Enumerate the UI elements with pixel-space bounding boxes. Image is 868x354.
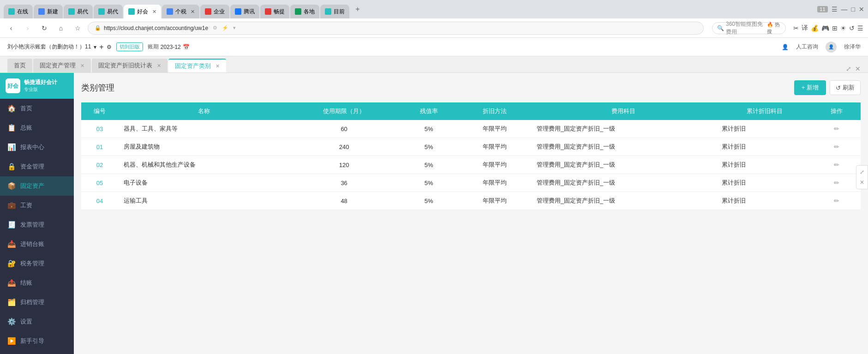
tab-depreciation-table-close-icon[interactable]: ✕ bbox=[157, 63, 161, 69]
col-header-action: 操作 bbox=[813, 102, 861, 120]
sidebar-item-fixed-assets[interactable]: 📦 固定资产 bbox=[0, 176, 74, 196]
settings-icon[interactable]: ⚙ bbox=[107, 44, 112, 50]
cell-period-1: 240 bbox=[289, 138, 399, 156]
reload-button[interactable]: ↻ bbox=[38, 22, 51, 35]
history-icon[interactable]: ↺ bbox=[849, 24, 855, 32]
sidebar-item-checkout[interactable]: 📤 结账 bbox=[0, 273, 74, 293]
table-row: 01 房屋及建筑物 240 5% 年限平均 管理费用_固定资产折旧_一级 累计折… bbox=[81, 138, 861, 156]
service-label[interactable]: 人工咨询 bbox=[796, 43, 818, 51]
browser-tab-8[interactable]: 畅提 bbox=[260, 5, 289, 18]
tab-menu-icon[interactable]: ☰ bbox=[832, 6, 838, 13]
tab-home[interactable]: 首页 bbox=[7, 59, 32, 72]
translate-icon[interactable]: 译 bbox=[802, 24, 808, 32]
close-window-icon[interactable]: ✕ bbox=[859, 6, 864, 13]
reports-icon: 📊 bbox=[7, 143, 16, 151]
logo-text-block: 畅捷通好会计 专业版 bbox=[24, 79, 57, 93]
sidebar-item-archive[interactable]: 🗂️ 归档管理 bbox=[0, 293, 74, 312]
cell-period-4: 48 bbox=[289, 192, 399, 210]
browser-tab-1[interactable]: 新建 bbox=[34, 5, 63, 18]
new-tab-button[interactable]: + bbox=[351, 3, 364, 16]
cell-action-0: ✏ bbox=[813, 120, 861, 138]
browser-tab-7[interactable]: 腾讯 bbox=[230, 5, 259, 18]
add-account-icon[interactable]: + bbox=[99, 43, 103, 51]
scissors-icon[interactable]: ✂ bbox=[793, 24, 799, 32]
game-icon[interactable]: 🎮 bbox=[821, 24, 829, 32]
tab-depreciation-table-label: 固定资产折旧统计表 bbox=[98, 61, 152, 70]
tab-expand-controls: ⤢ ✕ bbox=[846, 65, 861, 72]
address-dropdown-icon[interactable]: ▾ bbox=[233, 25, 236, 31]
cell-rate-1: 5% bbox=[399, 138, 459, 156]
cell-rate-3: 5% bbox=[399, 174, 459, 192]
browser-tab-4[interactable]: 好会 ✕ bbox=[124, 5, 161, 18]
salary-icon: 💼 bbox=[7, 201, 16, 210]
tab-close-icon[interactable]: ✕ bbox=[191, 9, 195, 15]
sidebar: 好会 畅捷通好会计 专业版 🏠 首页 📋 总账 📊 报表中心 🔒 资金管理 📦 … bbox=[0, 73, 74, 354]
tab-controls: 11 ☰ — □ ✕ bbox=[817, 6, 864, 13]
table-row: 02 机器、机械和其他生产设备 120 5% 年限平均 管理费用_固定资产折旧_… bbox=[81, 156, 861, 174]
sidebar-item-account[interactable]: ✓ 好会号 bbox=[0, 351, 74, 354]
grid-icon[interactable]: ⊞ bbox=[832, 24, 838, 32]
cell-period-3: 36 bbox=[289, 174, 399, 192]
browser-tab-2[interactable]: 易代 bbox=[64, 5, 93, 18]
minimize-icon[interactable]: — bbox=[841, 6, 848, 13]
sidebar-item-salary[interactable]: 💼 工资 bbox=[0, 196, 74, 215]
menu-icon[interactable]: ☰ bbox=[857, 24, 863, 32]
sidebar-item-ledger[interactable]: 📋 总账 bbox=[0, 118, 74, 138]
edit-button-3[interactable]: ✏ bbox=[819, 179, 855, 186]
browser-tab-10[interactable]: 目前 bbox=[320, 5, 349, 18]
browser-tab-9[interactable]: 各地 bbox=[290, 5, 319, 18]
bookmark-button[interactable]: ☆ bbox=[71, 22, 84, 35]
refresh-button[interactable]: ↺ 刷新 bbox=[830, 80, 861, 95]
col-header-period: 使用期限（月） bbox=[289, 102, 399, 120]
address-input[interactable]: 🔒 https://cloud.chanjet.com/accounting/u… bbox=[88, 22, 704, 35]
tab-asset-category-close-icon[interactable]: ✕ bbox=[216, 63, 220, 69]
maximize-icon[interactable]: □ bbox=[851, 6, 855, 13]
sidebar-item-reports[interactable]: 📊 报表中心 bbox=[0, 138, 74, 157]
calendar-icon[interactable]: 📅 bbox=[183, 44, 190, 50]
tab-collapse-icon[interactable]: ✕ bbox=[855, 65, 861, 72]
edit-button-0[interactable]: ✏ bbox=[819, 125, 855, 132]
tax-icon: 🔐 bbox=[7, 259, 16, 268]
sidebar-settings-label: 设置 bbox=[20, 318, 32, 326]
tab-fixed-assets-mgmt[interactable]: 固定资产管理 ✕ bbox=[33, 59, 91, 72]
sidebar-item-settings[interactable]: ⚙️ 设置 bbox=[0, 312, 74, 331]
tab-count-badge: 11 bbox=[817, 6, 827, 12]
tab-asset-category[interactable]: 固定资产类别 ✕ bbox=[168, 59, 226, 72]
invoice-icon: 🧾 bbox=[7, 221, 16, 229]
search-input[interactable]: 🔍 360智能抠图免费用 🔥 热搜 bbox=[712, 22, 786, 34]
edit-button-1[interactable]: ✏ bbox=[819, 143, 855, 150]
tab-fixed-assets-mgmt-close-icon[interactable]: ✕ bbox=[80, 63, 84, 69]
forward-button[interactable]: › bbox=[21, 22, 34, 35]
edit-button-2[interactable]: ✏ bbox=[819, 161, 855, 168]
address-lightning-icon[interactable]: ⚡ bbox=[222, 25, 228, 31]
sidebar-item-tax[interactable]: 🔐 税务管理 bbox=[0, 254, 74, 273]
theme-icon[interactable]: ☀ bbox=[840, 24, 846, 32]
sidebar-item-invoice[interactable]: 🧾 发票管理 bbox=[0, 215, 74, 234]
back-button[interactable]: ‹ bbox=[5, 22, 18, 35]
sidebar-tax-label: 税务管理 bbox=[20, 259, 44, 268]
address-url: https://cloud.chanjet.com/accounting/uw1… bbox=[104, 25, 208, 31]
sidebar-item-funds[interactable]: 🔒 资金管理 bbox=[0, 157, 74, 176]
sidebar-item-purchase-sales[interactable]: 📥 进销台账 bbox=[0, 234, 74, 254]
browser-tab-6[interactable]: 企业 bbox=[200, 5, 229, 18]
cell-name-0: 器具、工具、家具等 bbox=[118, 120, 289, 138]
wallet-icon[interactable]: 💰 bbox=[811, 24, 819, 32]
home-button[interactable]: ⌂ bbox=[54, 22, 67, 35]
add-button[interactable]: + 新增 bbox=[794, 80, 826, 95]
edit-button-4[interactable]: ✏ bbox=[819, 197, 855, 204]
address-expand-icon[interactable]: ⚙ bbox=[213, 25, 217, 31]
browser-tab-5[interactable]: 个税 ✕ bbox=[162, 5, 199, 18]
tab-close-icon[interactable]: ✕ bbox=[152, 9, 156, 15]
data-table: 编号 名称 使用期限（月） 残值率 折旧方法 费用科目 累计折旧科目 操作 03… bbox=[81, 102, 861, 210]
sidebar-item-home[interactable]: 🏠 首页 bbox=[0, 99, 74, 118]
browser-tab-3[interactable]: 易代 bbox=[94, 5, 123, 18]
switch-version-button[interactable]: 切到旧版 bbox=[116, 42, 143, 51]
right-expand-icon[interactable]: ⤢ bbox=[857, 168, 867, 177]
tab-expand-icon[interactable]: ⤢ bbox=[846, 65, 851, 72]
user-info: 刘小艳演示账套（勿删勿动！）11 ▾ + ⚙ bbox=[7, 43, 112, 51]
browser-tab-0[interactable]: 在线 bbox=[4, 5, 33, 18]
account-dropdown-icon[interactable]: ▾ bbox=[94, 44, 96, 50]
right-collapse-icon[interactable]: ✕ bbox=[857, 178, 867, 187]
sidebar-item-guide[interactable]: ▶️ 新手引导 bbox=[0, 331, 74, 351]
tab-depreciation-table[interactable]: 固定资产折旧统计表 ✕ bbox=[92, 59, 168, 72]
